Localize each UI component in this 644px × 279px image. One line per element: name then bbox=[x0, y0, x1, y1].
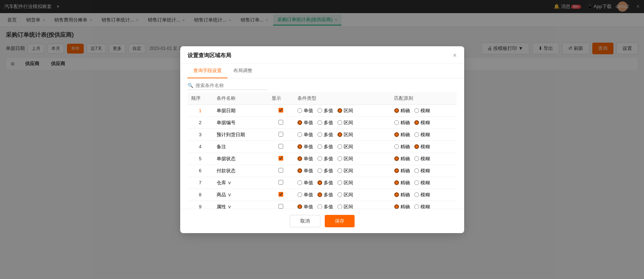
type-option-多值-9[interactable]: 多值 bbox=[317, 204, 333, 209]
row-match-2: 精确模糊 bbox=[391, 117, 457, 129]
match-option-模糊-4[interactable]: 模糊 bbox=[414, 144, 430, 150]
match-option-模糊-9[interactable]: 模糊 bbox=[414, 204, 430, 209]
match-option-模糊-3[interactable]: 模糊 bbox=[414, 131, 430, 138]
cancel-button[interactable]: 取消 bbox=[290, 215, 320, 227]
type-option-区间-7[interactable]: 区间 bbox=[337, 180, 353, 186]
row-match-6: 精确模糊 bbox=[391, 165, 457, 177]
row-type-2: 单值多值区间 bbox=[294, 117, 391, 129]
tab-layout-adjust[interactable]: 布局调整 bbox=[228, 64, 258, 78]
row-condition-name-6: 付款状态 bbox=[213, 165, 268, 177]
type-option-单值-9[interactable]: 单值 bbox=[297, 204, 313, 209]
row-match-5: 精确模糊 bbox=[391, 153, 457, 165]
row-display-1 bbox=[268, 105, 294, 117]
match-option-模糊-6[interactable]: 模糊 bbox=[414, 168, 430, 174]
type-option-多值-5[interactable]: 多值 bbox=[317, 156, 333, 162]
type-option-单值-1[interactable]: 单值 bbox=[297, 107, 313, 114]
match-option-模糊-2[interactable]: 模糊 bbox=[414, 119, 430, 126]
modal-overlay: 设置查询区域布局 × 查询字段设置 布局调整 🔍 顺序 bbox=[0, 0, 644, 279]
modal-tab-bar: 查询字段设置 布局调整 bbox=[180, 64, 464, 78]
row-order-2: 2 bbox=[187, 117, 213, 129]
match-option-模糊-1[interactable]: 模糊 bbox=[414, 107, 430, 114]
type-option-多值-8[interactable]: 多值 bbox=[317, 192, 333, 198]
modal-dialog: 设置查询区域布局 × 查询字段设置 布局调整 🔍 顺序 bbox=[180, 46, 464, 233]
row-match-4: 精确模糊 bbox=[391, 141, 457, 153]
display-checkbox-6[interactable] bbox=[278, 168, 283, 173]
row-match-1: 精确模糊 bbox=[391, 105, 457, 117]
display-checkbox-5[interactable] bbox=[278, 156, 283, 161]
modal-header: 设置查询区域布局 × bbox=[180, 46, 464, 64]
row-type-5: 单值多值区间 bbox=[294, 153, 391, 165]
type-option-区间-8[interactable]: 区间 bbox=[337, 192, 353, 198]
display-checkbox-9[interactable] bbox=[278, 204, 283, 209]
row-condition-name-8: 商品 ∨ bbox=[213, 189, 268, 201]
type-option-单值-3[interactable]: 单值 bbox=[297, 131, 313, 138]
match-option-精确-9[interactable]: 精确 bbox=[394, 204, 410, 209]
table-row: 2单据编号单值多值区间精确模糊 bbox=[187, 117, 457, 129]
type-option-单值-7[interactable]: 单值 bbox=[297, 180, 313, 186]
table-row: 7仓库 ∨单值多值区间精确模糊 bbox=[187, 177, 457, 189]
display-checkbox-7[interactable] bbox=[278, 180, 283, 185]
display-checkbox-1[interactable] bbox=[278, 108, 283, 113]
match-option-模糊-5[interactable]: 模糊 bbox=[414, 156, 430, 162]
save-button[interactable]: 保存 bbox=[325, 215, 355, 227]
row-type-4: 单值多值区间 bbox=[294, 141, 391, 153]
type-option-单值-5[interactable]: 单值 bbox=[297, 156, 313, 162]
table-row: 8商品 ∨单值多值区间精确模糊 bbox=[187, 189, 457, 201]
type-option-单值-6[interactable]: 单值 bbox=[297, 168, 313, 174]
type-option-单值-2[interactable]: 单值 bbox=[297, 119, 313, 126]
search-row: 🔍 bbox=[180, 78, 464, 92]
search-input[interactable] bbox=[195, 83, 268, 88]
modal-close-icon[interactable]: × bbox=[453, 52, 457, 59]
type-option-区间-6[interactable]: 区间 bbox=[337, 168, 353, 174]
row-order-8: 8 bbox=[187, 189, 213, 201]
match-option-精确-1[interactable]: 精确 bbox=[394, 107, 410, 114]
row-type-9: 单值多值区间 bbox=[294, 201, 391, 209]
row-display-6 bbox=[268, 165, 294, 177]
match-option-精确-8[interactable]: 精确 bbox=[394, 192, 410, 198]
match-option-精确-6[interactable]: 精确 bbox=[394, 168, 410, 174]
type-option-多值-1[interactable]: 多值 bbox=[317, 107, 333, 114]
table-row: 5单据状态单值多值区间精确模糊 bbox=[187, 153, 457, 165]
display-checkbox-2[interactable] bbox=[278, 120, 283, 125]
row-order-4: 4 bbox=[187, 141, 213, 153]
match-option-精确-2[interactable]: 精确 bbox=[394, 119, 410, 126]
type-option-区间-2[interactable]: 区间 bbox=[337, 119, 353, 126]
type-option-多值-6[interactable]: 多值 bbox=[317, 168, 333, 174]
row-match-7: 精确模糊 bbox=[391, 177, 457, 189]
row-display-9 bbox=[268, 201, 294, 209]
table-row: 9属性 ∨单值多值区间精确模糊 bbox=[187, 201, 457, 209]
type-option-多值-3[interactable]: 多值 bbox=[317, 131, 333, 138]
display-checkbox-3[interactable] bbox=[278, 132, 283, 137]
display-checkbox-4[interactable] bbox=[278, 144, 283, 149]
modal-footer: 取消 保存 bbox=[180, 209, 464, 233]
type-option-单值-4[interactable]: 单值 bbox=[297, 144, 313, 150]
tab-query-fields[interactable]: 查询字段设置 bbox=[187, 64, 228, 78]
type-option-多值-7[interactable]: 多值 bbox=[317, 180, 333, 186]
match-option-精确-7[interactable]: 精确 bbox=[394, 180, 410, 186]
table-row: 6付款状态单值多值区间精确模糊 bbox=[187, 165, 457, 177]
type-option-区间-3[interactable]: 区间 bbox=[337, 131, 353, 138]
match-option-模糊-7[interactable]: 模糊 bbox=[414, 180, 430, 186]
match-option-精确-4[interactable]: 精确 bbox=[394, 144, 410, 150]
type-option-区间-4[interactable]: 区间 bbox=[337, 144, 353, 150]
display-checkbox-8[interactable] bbox=[278, 192, 283, 197]
type-option-区间-9[interactable]: 区间 bbox=[337, 204, 353, 209]
type-option-多值-2[interactable]: 多值 bbox=[317, 119, 333, 126]
type-option-多值-4[interactable]: 多值 bbox=[317, 144, 333, 150]
row-type-7: 单值多值区间 bbox=[294, 177, 391, 189]
type-option-单值-8[interactable]: 单值 bbox=[297, 192, 313, 198]
modal-title: 设置查询区域布局 bbox=[187, 52, 231, 59]
row-order-9: 9 bbox=[187, 201, 213, 209]
row-match-9: 精确模糊 bbox=[391, 201, 457, 209]
row-display-8 bbox=[268, 189, 294, 201]
match-option-模糊-8[interactable]: 模糊 bbox=[414, 192, 430, 198]
type-option-区间-1[interactable]: 区间 bbox=[337, 107, 353, 114]
match-option-精确-3[interactable]: 精确 bbox=[394, 131, 410, 138]
match-option-精确-5[interactable]: 精确 bbox=[394, 156, 410, 162]
conditions-table-scroll[interactable]: 顺序 条件名称 显示 条件类型 匹配原则 1单据日期单值多值区间精确模糊2单据编… bbox=[180, 92, 464, 209]
type-option-区间-5[interactable]: 区间 bbox=[337, 156, 353, 162]
row-display-5 bbox=[268, 153, 294, 165]
col-order: 顺序 bbox=[187, 92, 213, 105]
table-row: 1单据日期单值多值区间精确模糊 bbox=[187, 105, 457, 117]
row-condition-name-2: 单据编号 bbox=[213, 117, 268, 129]
